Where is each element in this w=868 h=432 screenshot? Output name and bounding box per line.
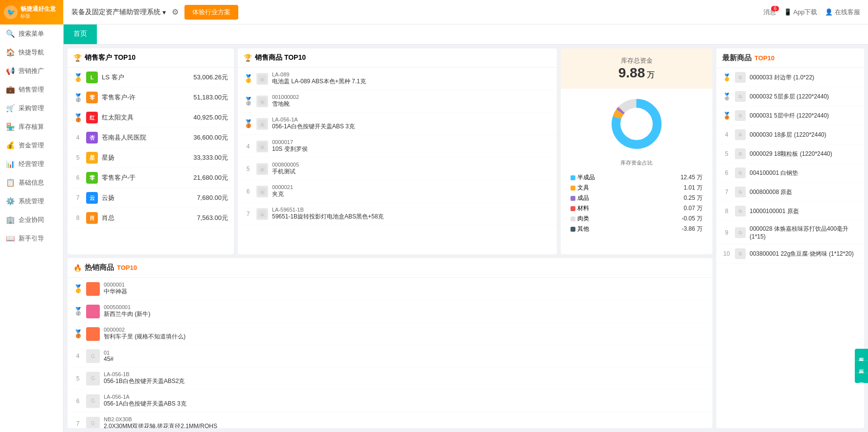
new-info: 0000028 体焕嘉枝味苏打饮品400毫升 (1*15) [750,225,858,240]
goods-rank: 5 [244,166,252,172]
hot-thumb [86,282,100,296]
legend-value: -3.86 万 [682,225,703,233]
goods-rank: 🥉 [244,119,252,128]
flame-icon: 🔥 [73,264,82,272]
new-thumb: G [735,129,746,140]
hot-goods-row[interactable]: 6 G LA-056-1A 056-1A白色按键开关盖ABS 3克 [68,390,712,412]
hot-rank: 4 [73,353,82,360]
sidebar-item-sales[interactable]: 💼 销售管理 [0,80,63,99]
new-goods-row[interactable]: 6 G 004100001 白钢垫 [716,164,864,183]
customer-amount: 40,925.00元 [193,113,228,122]
rank-medal: 7 [73,194,82,201]
customer-row[interactable]: 🥉 红 红太阳文具 40,925.00元 [68,108,234,128]
hot-goods-row[interactable]: 🥇 0000001 中华神器 [68,278,712,300]
goods-thumb: G [256,118,268,130]
customer-row[interactable]: 7 云 云扬 7,680.00元 [68,188,234,208]
sidebar-item-finance[interactable]: 💰 资金管理 [0,136,63,155]
hot-rank: 🥈 [73,307,82,316]
hot-goods-row[interactable]: 🥈 000500001 新西兰牛肉 (新牛) [68,300,712,323]
goods-thumb: G [256,96,268,107]
rank-medal: 🥉 [73,113,82,122]
float-btn-live[interactable]: 直播 [855,373,868,383]
goods-thumb: G [256,208,268,220]
sidebar-item-marketing[interactable]: 📢 营销推广 [0,62,63,80]
notification-bell[interactable]: 消息 6 [763,8,776,17]
new-thumb: G [735,91,746,102]
customer-row[interactable]: 8 肖 肖总 7,563.00元 [68,208,234,228]
new-goods-row[interactable]: 7 G 000800008 原盔 [716,183,864,202]
tab-bar: 首页 [64,24,868,45]
goods-row[interactable]: 4 G 0000017 10S 变刹罗侯 [238,135,557,158]
sidebar-item-operation[interactable]: 📊 经营管理 [0,155,63,173]
sidebar-item-guide[interactable]: 📖 新手引导 [0,229,63,248]
new-goods-row[interactable]: 9 G 0000028 体焕嘉枝味苏打饮品400毫升 (1*15) [716,221,864,244]
new-goods-row[interactable]: 4 G 0000030 18多层 (1220*2440) [716,125,864,144]
settings-icon[interactable]: ⚙ [172,7,179,17]
legend-row: 文具 1.01 万 [571,183,703,193]
new-goods-row[interactable]: 🥇 G 0000033 封边带 (1.0*22) [716,68,864,87]
goods-thumb: G [256,141,268,152]
goods-thumb: G [256,163,268,175]
inventory-chart-area: 库存资金占比 半成品 12.45 万 文具 1.01 万 成品 0.25 万 材… [561,89,712,254]
new-thumb: G [735,168,746,178]
sidebar-item-basic[interactable]: 📋 基础信息 [0,173,63,192]
customer-row[interactable]: 5 星 星扬 33,333.00元 [68,148,234,168]
customer-avatar: 星 [86,152,98,164]
customer-name: 红太阳文具 [102,113,189,122]
new-goods-row[interactable]: 8 G 10000100001 原盔 [716,202,864,221]
goods-thumb: G [256,73,268,85]
sidebar-item-system[interactable]: ⚙️ 系统管理 [0,192,63,211]
legend-row: 半成品 12.45 万 [571,172,703,183]
customer-amount: 51,183.00元 [193,93,228,102]
goods-row[interactable]: 🥉 G LA-056-1A 056-1A白色按键开关盖ABS 3克 [238,113,557,135]
goods-row[interactable]: 🥇 G LA-089 电池盖 LA-089 ABS本色+黑种 7.1克 [238,68,557,90]
new-goods-row[interactable]: 5 G 0000029 18颗粒板 (1220*2440) [716,144,864,164]
app-download-link[interactable]: 📱 App下载 [784,8,817,17]
new-info: 0000033 封边带 (1.0*22) [750,73,858,82]
system-icon: ⚙️ [6,197,15,206]
hot-info: NB2.0X30B 2.0X30MM双搓花轴,搓花直径2.1MM/ROHS [104,416,217,428]
system-title-dropdown[interactable]: 装备及固定资产辅助管理系统 ▾ [71,8,166,17]
new-info: 003800001 22g鱼豆腐·烧烤味 (1*12*20) [750,250,858,258]
customer-row[interactable]: 🥇 L LS 客户 53,006.26元 [68,68,234,88]
float-btn-community[interactable]: 服务社区 [855,361,868,373]
tab-home[interactable]: 首页 [64,24,97,44]
legend-row: 成品 0.25 万 [571,193,703,203]
new-goods-row[interactable]: 🥈 G 0000032 5层多层 (1220*2440) [716,87,864,106]
new-rank: 5 [722,150,731,157]
trophy-icon: 🏆 [73,54,82,62]
sidebar-item-enterprise[interactable]: 🏢 企业协同 [0,211,63,229]
customer-row[interactable]: 6 零 零售客户-于 21,680.00元 [68,168,234,188]
customer-row[interactable]: 4 杏 苍南县人民医院 36,600.00元 [68,128,234,148]
goods-row[interactable]: 5 G 000800005 手机测试 [238,158,557,180]
hot-thumb [86,305,100,318]
float-btn-hotline[interactable]: 客服热线 [855,349,868,361]
customer-amount: 53,006.26元 [193,73,228,82]
new-goods-row[interactable]: 10 G 003800001 22g鱼豆腐·烧烤味 (1*12*20) [716,244,864,264]
hot-goods-row[interactable]: 🥉 0000002 智利车子里 (规格不知道填什么) [68,323,712,345]
hot-goods-row[interactable]: 4 G 01 45# [68,345,712,367]
hot-goods-row[interactable]: 7 G NB2.0X30B 2.0X30MM双搓花轴,搓花直径2.1MM/ROH… [68,412,712,428]
trophy2-icon: 🏆 [244,54,252,62]
goods-info: 0000017 10S 变刹罗侯 [272,139,551,153]
customer-ranking-list: 🥇 L LS 客户 53,006.26元 🥈 零 零售客户-许 51,183.0… [68,68,234,228]
sidebar-item-quicknav[interactable]: 🏠 快捷导航 [0,43,63,62]
sidebar-item-purchase[interactable]: 🛒 采购管理 [0,99,63,118]
goods-row[interactable]: 7 G LA-59651-1B 59651-1B旋转投影灯电池盒ABS黑色+58… [238,203,557,225]
goods-row[interactable]: 6 G 0000021 夹克 [238,180,557,203]
new-thumb: G [735,187,746,197]
customer-row[interactable]: 🥈 零 零售客户-许 51,183.00元 [68,88,234,108]
goods-info: 0000021 夹克 [272,184,551,198]
online-service-link[interactable]: 👤 在线客服 [825,8,860,17]
sidebar-item-search[interactable]: 🔍 搜索菜单 [0,24,63,43]
new-goods-row[interactable]: 🥉 G 0000031 5层中纤 (1220*2440) [716,106,864,125]
hot-goods-row[interactable]: 5 G LA-056-1B 056-1B白色按键开关盖ABS2克 [68,367,712,390]
customer-name: LS 客户 [102,73,189,82]
sidebar-item-inventory[interactable]: 🏪 库存核算 [0,118,63,136]
finance-icon: 💰 [6,141,15,150]
goods-row[interactable]: 🥈 G 001000002 雪地靴 [238,90,557,113]
hot-thumb: G [86,349,100,363]
trial-button[interactable]: 体验行业方案 [184,5,238,20]
goods-thumb: G [256,186,268,197]
hot-thumb: G [86,417,100,429]
